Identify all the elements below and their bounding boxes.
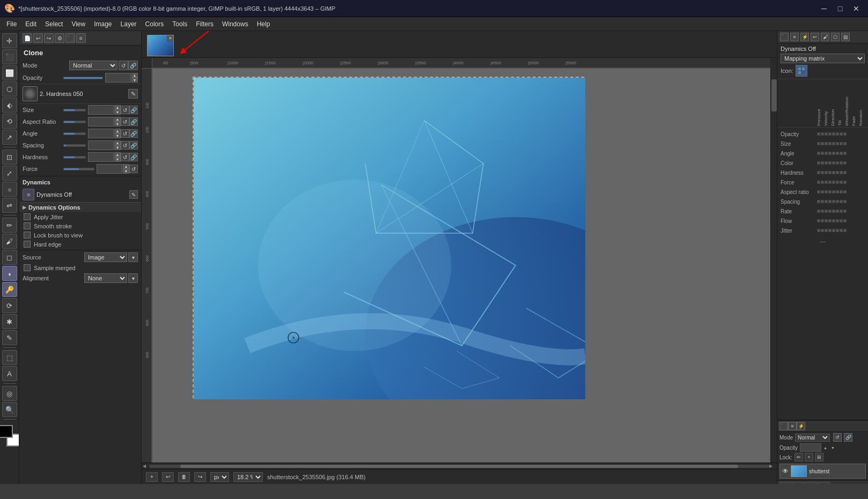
menu-item-image[interactable]: Image (90, 19, 116, 29)
source-dropdown-icon[interactable]: ▾ (128, 252, 138, 262)
image-canvas[interactable] (193, 77, 584, 398)
alignment-select[interactable]: None Aligned Registered Fixed (84, 273, 127, 283)
layers-mode-reset[interactable]: ↺ (833, 433, 842, 442)
dynamics-edit-button[interactable]: ✎ (129, 190, 138, 199)
tool-pencil[interactable]: ✏ (2, 218, 17, 233)
new-document-icon[interactable]: 📄 (23, 33, 32, 43)
dot[interactable] (836, 200, 839, 203)
size-up[interactable]: ▲ (114, 105, 121, 110)
tool-text[interactable]: A (2, 366, 17, 381)
lock-position-icon[interactable]: + (805, 453, 813, 461)
maximize-button[interactable]: □ (833, 3, 848, 14)
tool-heal[interactable]: ⟳ (2, 298, 17, 313)
dot[interactable] (843, 132, 847, 136)
zoom-select[interactable]: 18.2 % 25 % 50 % 100 % (233, 472, 263, 482)
dot[interactable] (843, 229, 847, 232)
dot[interactable] (836, 219, 839, 222)
menu-item-help[interactable]: Help (253, 19, 275, 29)
dot[interactable] (817, 219, 820, 222)
dot[interactable] (836, 142, 839, 145)
menu-item-file[interactable]: File (2, 19, 21, 29)
dot[interactable] (817, 171, 820, 174)
spacing-input[interactable]: 10.0 (88, 140, 114, 150)
dot[interactable] (836, 181, 839, 184)
dot[interactable] (817, 210, 820, 213)
menu-item-colors[interactable]: Colors (141, 19, 168, 29)
tool-fuzzy-select[interactable]: ⟲ (2, 114, 17, 129)
spacing-link[interactable]: 🔗 (129, 141, 138, 150)
dot[interactable] (840, 142, 843, 145)
canvas-hscroll-thumb[interactable] (180, 465, 738, 468)
spacing-slider[interactable] (63, 144, 86, 147)
tool-clone[interactable]: 🔑 (2, 282, 17, 297)
dot[interactable] (825, 190, 828, 193)
dot[interactable] (843, 210, 847, 213)
statusbar-add-button[interactable]: + (146, 472, 158, 482)
spacing-up[interactable]: ▲ (114, 140, 121, 145)
dot[interactable] (843, 190, 847, 193)
dot[interactable] (821, 210, 824, 213)
channels-tab-icon[interactable]: ≡ (788, 422, 797, 430)
mode-select[interactable]: Normal Dissolve Multiply Screen (69, 61, 117, 70)
dot[interactable] (843, 200, 847, 203)
size-link[interactable]: 🔗 (129, 106, 138, 114)
dot[interactable] (825, 219, 828, 222)
dot[interactable] (843, 161, 847, 165)
dot[interactable] (817, 132, 820, 136)
dot[interactable] (825, 181, 828, 184)
mode-reset-icon[interactable]: ↺ (119, 61, 128, 70)
tool-eraser[interactable]: ◻ (2, 250, 17, 265)
new-layer-button[interactable]: + (779, 482, 791, 484)
dot[interactable] (821, 142, 824, 145)
rp-layers-icon[interactable]: ⬛ (780, 33, 789, 41)
fg-bg-color-swatches[interactable] (0, 425, 19, 446)
alignment-dropdown-icon[interactable]: ▾ (128, 273, 138, 283)
hardness-slider[interactable] (63, 156, 86, 159)
tool-move[interactable]: ✛ (2, 33, 17, 48)
layers-mode-link[interactable]: 🔗 (844, 433, 852, 442)
hardness-down[interactable]: ▼ (114, 157, 121, 162)
dot[interactable] (817, 181, 820, 184)
tool-rect-select[interactable]: ⬜ (2, 65, 17, 80)
dot[interactable] (821, 219, 824, 222)
dot[interactable] (840, 152, 843, 155)
dot[interactable] (821, 152, 824, 155)
dot[interactable] (825, 200, 828, 203)
angle-reset[interactable]: ↺ (121, 129, 129, 138)
close-button[interactable]: ✕ (849, 3, 864, 14)
force-reset[interactable]: ↺ (129, 165, 138, 173)
dot[interactable] (836, 152, 839, 155)
menu-item-edit[interactable]: Edit (21, 19, 41, 29)
dot[interactable] (832, 190, 835, 193)
dot[interactable] (817, 229, 820, 232)
tool-align[interactable]: ⬛ (2, 49, 17, 64)
menu-item-windows[interactable]: Windows (218, 19, 253, 29)
size-reset[interactable]: ↺ (121, 106, 129, 114)
sample-merged-checkbox[interactable] (24, 264, 31, 271)
dot[interactable] (832, 229, 835, 232)
layers-mode-select[interactable]: Normal Multiply Screen (795, 434, 830, 442)
brush-preview[interactable] (23, 86, 38, 101)
dot[interactable] (840, 219, 843, 222)
tool-paintbrush[interactable]: 🖌 (2, 234, 17, 249)
minimize-button[interactable]: ─ (816, 3, 832, 14)
menu-item-select[interactable]: Select (41, 19, 67, 29)
dot[interactable] (832, 219, 835, 222)
tool-smudge[interactable]: ✱ (2, 314, 17, 329)
tool-crop[interactable]: ⊡ (2, 150, 17, 165)
dot[interactable] (840, 190, 843, 193)
aspect-up[interactable]: ▲ (114, 117, 121, 122)
menu-item-filters[interactable]: Filters (192, 19, 218, 29)
dot[interactable] (843, 142, 847, 145)
spacing-down[interactable]: ▼ (114, 145, 121, 150)
dot[interactable] (821, 161, 824, 165)
tool-zoom[interactable]: 🔍 (2, 402, 17, 417)
canvas-container[interactable] (152, 69, 770, 463)
dot[interactable] (828, 171, 832, 174)
dot[interactable] (817, 190, 820, 193)
dot[interactable] (840, 181, 843, 184)
dot[interactable] (832, 171, 835, 174)
dot[interactable] (825, 161, 828, 165)
dot[interactable] (832, 161, 835, 165)
force-input[interactable]: 50.0 (97, 164, 122, 174)
